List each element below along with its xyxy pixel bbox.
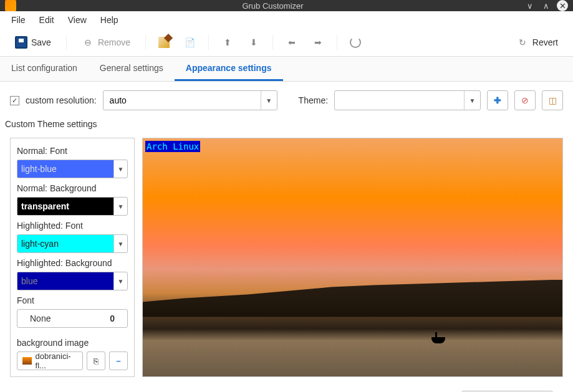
- tab-general-settings[interactable]: General settings: [89, 57, 175, 81]
- theme-add-button[interactable]: ✚: [487, 90, 508, 110]
- edit-icon: [158, 37, 170, 48]
- copy-icon: ⎘: [94, 356, 99, 366]
- right-button[interactable]: ➡: [308, 32, 328, 52]
- menu-edit[interactable]: Edit: [39, 15, 54, 25]
- maximize-button[interactable]: ∧: [541, 0, 552, 11]
- remove-bg-button[interactable]: −: [109, 351, 128, 370]
- normal-font-label: Normal: Font: [17, 146, 128, 156]
- toolbar: Save ⊖ Remove 📄 ⬆ ⬇ ⬅ ➡ ↻ Revert: [0, 29, 573, 57]
- theme-settings-panel: Normal: Font light-blue ▼ Normal: Backgr…: [10, 138, 135, 377]
- arrow-down-icon: ⬇: [248, 36, 260, 49]
- font-name: None: [30, 313, 51, 323]
- up-button[interactable]: ⬆: [218, 32, 238, 52]
- tabs: List configuration General settings Appe…: [0, 57, 573, 82]
- normal-bg-value: transparent: [17, 198, 113, 215]
- custom-resolution-checkbox[interactable]: ✓: [10, 96, 19, 105]
- normal-font-value: light-blue: [17, 160, 113, 178]
- app-icon: [5, 0, 16, 11]
- highlighted-bg-dropdown[interactable]: blue ▼: [17, 272, 128, 290]
- custom-theme-settings-label: Custom Theme settings: [5, 119, 563, 129]
- close-button[interactable]: ✕: [557, 0, 568, 11]
- preview-landscape: [143, 280, 562, 317]
- save-icon: [15, 36, 27, 49]
- custom-resolution-label: custom resolution:: [26, 95, 97, 105]
- chevron-down-icon[interactable]: ▼: [113, 235, 127, 252]
- tab-appearance-settings[interactable]: Appearance settings: [175, 57, 283, 81]
- remove-icon: ⊖: [82, 36, 94, 49]
- background-image-label: background image: [17, 338, 128, 348]
- revert-icon: ↻: [516, 36, 529, 49]
- edit-button[interactable]: [155, 33, 173, 52]
- chevron-down-icon[interactable]: ▼: [113, 160, 127, 178]
- chevron-down-icon[interactable]: ▼: [464, 91, 480, 110]
- theme-combo[interactable]: ▼: [334, 90, 481, 110]
- arrow-right-icon: ➡: [312, 36, 324, 49]
- highlighted-font-value: light-cyan: [17, 235, 113, 252]
- save-label: Save: [31, 37, 51, 47]
- chevron-down-icon[interactable]: ▼: [113, 198, 127, 215]
- background-thumb: [22, 357, 32, 365]
- plus-icon: ✚: [494, 95, 501, 105]
- tab-list-configuration[interactable]: List configuration: [0, 57, 89, 81]
- theme-label: Theme:: [299, 95, 328, 105]
- chevron-down-icon[interactable]: ▼: [113, 272, 127, 290]
- menu-view[interactable]: View: [68, 15, 87, 25]
- arrow-left-icon: ⬅: [286, 36, 298, 49]
- separator: [337, 35, 337, 50]
- normal-bg-label: Normal: Background: [17, 183, 128, 193]
- save-button[interactable]: Save: [9, 32, 57, 52]
- revert-label: Revert: [532, 37, 558, 47]
- delete-icon: ⊘: [521, 95, 529, 105]
- background-file-chooser[interactable]: dobranici-fl...: [17, 351, 83, 370]
- arrow-up-icon: ⬆: [221, 36, 234, 49]
- separator: [208, 35, 209, 50]
- separator: [272, 35, 273, 50]
- separator: [145, 35, 146, 50]
- refresh-button[interactable]: [346, 33, 365, 52]
- highlighted-font-label: Highlighted: Font: [17, 221, 128, 231]
- preview-boot-entry: Arch Linux: [145, 141, 200, 152]
- menubar: File Edit View Help: [0, 11, 573, 29]
- theme-remove-button[interactable]: ⊘: [514, 90, 536, 110]
- minimize-button[interactable]: ∨: [524, 0, 536, 11]
- font-label: Font: [17, 295, 128, 305]
- theme-preview: Arch Linux: [142, 138, 563, 377]
- refresh-icon: [350, 37, 361, 48]
- theme-archive-button[interactable]: ◫: [542, 90, 563, 110]
- resolution-input[interactable]: [104, 91, 261, 110]
- highlighted-font-dropdown[interactable]: light-cyan ▼: [17, 234, 128, 253]
- resolution-combo[interactable]: ▼: [103, 90, 277, 110]
- new-icon: 📄: [183, 36, 196, 49]
- highlighted-bg-label: Highlighted: Background: [17, 258, 128, 268]
- new-button[interactable]: 📄: [180, 32, 200, 52]
- left-button[interactable]: ⬅: [282, 32, 302, 52]
- font-chooser[interactable]: None 0: [17, 309, 128, 328]
- font-size: 0: [110, 313, 115, 323]
- background-filename: dobranici-fl...: [36, 351, 77, 370]
- highlighted-bg-value: blue: [17, 272, 113, 290]
- normal-font-dropdown[interactable]: light-blue ▼: [17, 160, 128, 178]
- down-button[interactable]: ⬇: [244, 32, 264, 52]
- revert-button[interactable]: ↻ Revert: [510, 32, 564, 52]
- copy-bg-button[interactable]: ⎘: [87, 351, 105, 370]
- remove-button[interactable]: ⊖ Remove: [75, 32, 137, 52]
- archive-icon: ◫: [549, 95, 557, 105]
- menu-file[interactable]: File: [11, 15, 26, 25]
- preview-boat: [431, 337, 445, 343]
- separator: [66, 35, 67, 50]
- minus-icon: −: [116, 356, 121, 366]
- chevron-down-icon[interactable]: ▼: [261, 91, 277, 110]
- window-title: Grub Customizer: [21, 1, 524, 11]
- remove-label: Remove: [98, 37, 130, 47]
- menu-help[interactable]: Help: [100, 15, 118, 25]
- normal-bg-dropdown[interactable]: transparent ▼: [17, 197, 128, 216]
- theme-value: [335, 91, 464, 110]
